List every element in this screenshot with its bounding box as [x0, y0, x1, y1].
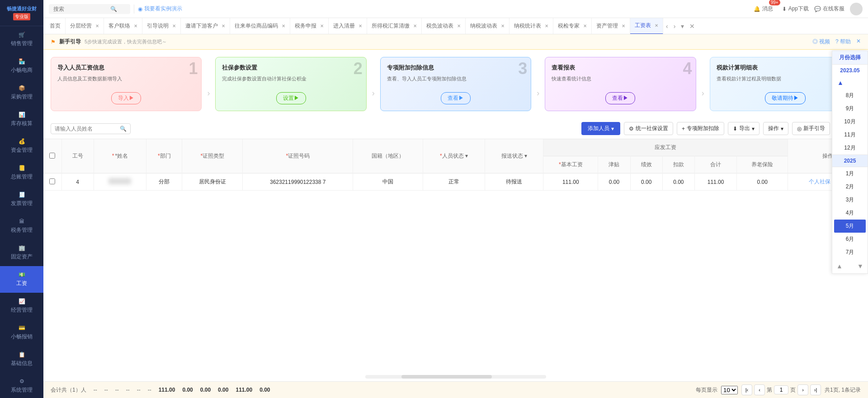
month-2[interactable]: 2月	[832, 180, 868, 193]
sidebar-item-inventory[interactable]: 📊 库存核算	[0, 106, 43, 133]
month-nav-down-right[interactable]	[855, 78, 864, 87]
month-10[interactable]: 10月	[832, 115, 868, 128]
sidebar-item-assets[interactable]: 🏢 固定资产	[0, 239, 43, 266]
tab-close-tax-burden[interactable]: ✕	[457, 23, 461, 28]
personal-insurance-link[interactable]: 个人社保	[809, 178, 830, 185]
special-deduction-button[interactable]: + 专项附加扣除	[677, 122, 724, 135]
step-btn-4[interactable]: 查看▶	[605, 92, 635, 104]
sidebar-item-purchase[interactable]: 📦 采购管理	[0, 80, 43, 106]
tab-layered-ops[interactable]: 分层经营 ✕	[66, 18, 104, 34]
tab-nav-prev[interactable]: ‹	[663, 23, 671, 30]
tab-close-customer[interactable]: ✕	[134, 23, 137, 28]
sidebar-item-expense[interactable]: 💳 小畅报销	[0, 319, 43, 346]
tab-income-tax[interactable]: 所得税汇算清缴 ✕	[367, 18, 422, 34]
tab-tax-report[interactable]: 税务申报 ✕	[290, 18, 329, 34]
tab-close-tax-expert[interactable]: ✕	[583, 23, 587, 28]
page-input[interactable]	[774, 385, 788, 394]
step-btn-3[interactable]: 查看▶	[441, 92, 471, 104]
month-8[interactable]: 8月	[832, 89, 868, 102]
month-5[interactable]: 5月	[834, 220, 866, 233]
global-search-input[interactable]	[53, 6, 108, 12]
page-first-btn[interactable]: |‹	[741, 384, 752, 395]
step-btn-2[interactable]: 设置▶	[276, 92, 306, 104]
tab-clearance[interactable]: 进入清册 ✕	[329, 18, 367, 34]
tab-close-invite[interactable]: ✕	[222, 23, 225, 28]
sidebar-item-finance[interactable]: 💰 资金管理	[0, 133, 43, 159]
tab-close-payroll[interactable]: ✕	[655, 23, 658, 28]
report-filter-icon[interactable]: ▾	[524, 153, 527, 159]
status-filter-icon[interactable]: ▾	[465, 153, 468, 159]
per-page-select[interactable]: 10 20 50	[721, 386, 738, 394]
tab-close-all[interactable]: ✕	[687, 23, 698, 30]
tab-asset-mgmt[interactable]: 资产管理 ✕	[592, 18, 630, 34]
page-prev-btn[interactable]: ‹	[754, 384, 765, 395]
select-all-checkbox[interactable]	[49, 153, 55, 159]
person-search-icon[interactable]: 🔍	[120, 126, 127, 132]
row-checkbox-1[interactable]	[49, 178, 55, 184]
tab-invite[interactable]: 邀请下游客户 ✕	[181, 18, 230, 34]
month-footer-up[interactable]: ▲	[834, 261, 845, 272]
tab-close-asset[interactable]: ✕	[622, 23, 625, 28]
month-9[interactable]: 9月	[832, 102, 868, 115]
month-12[interactable]: 12月	[832, 141, 868, 155]
tab-payroll[interactable]: 工资表 ✕	[630, 18, 663, 34]
month-4[interactable]: 4月	[832, 206, 868, 220]
user-avatar[interactable]	[850, 3, 863, 15]
online-service-btn[interactable]: 💬 在线客服	[814, 5, 844, 13]
month-footer-down[interactable]: ▼	[855, 261, 866, 272]
step-btn-5[interactable]: 敬请期待▶	[765, 92, 806, 104]
sidebar-item-operations[interactable]: 📈 经营管理	[0, 293, 43, 319]
actions-button[interactable]: 操作 ▾	[763, 122, 788, 135]
tab-close-tax-stats[interactable]: ✕	[545, 23, 548, 28]
tab-close-clearance[interactable]: ✕	[359, 23, 362, 28]
month-6[interactable]: 6月	[832, 233, 868, 246]
guide-close-icon[interactable]: ✕	[856, 38, 861, 46]
export-button[interactable]: ⬇ 导出 ▾	[728, 122, 760, 135]
sidebar-item-ecommerce[interactable]: 🏪 小畅电商	[0, 53, 43, 80]
month-7[interactable]: 7月	[832, 246, 868, 259]
tab-close-income-tax[interactable]: ✕	[413, 23, 417, 28]
tab-product-code[interactable]: 往来单位商品编码 ✕	[230, 18, 290, 34]
sidebar-item-sales[interactable]: 🛒 销售管理	[0, 26, 43, 53]
tab-close-product[interactable]: ✕	[282, 23, 285, 28]
tab-close-tax-dynamic[interactable]: ✕	[501, 23, 505, 28]
tab-dropdown[interactable]: ▾	[678, 23, 687, 30]
tab-guide-desc[interactable]: 引导说明 ✕	[142, 18, 181, 34]
unified-settings-button[interactable]: ⚙ 统一社保设置	[624, 122, 673, 135]
sidebar-item-payroll[interactable]: 💵 工资	[0, 266, 43, 293]
guide-video-btn[interactable]: ◎ 视频	[812, 38, 830, 46]
guide-button[interactable]: ◎ 新手引导	[792, 122, 830, 135]
month-nav-up[interactable]: ▲	[836, 78, 845, 87]
tab-tax-burden[interactable]: 税负波动表 ✕	[422, 18, 466, 34]
tax-icon: 🏛	[19, 218, 24, 225]
scrollbar-thumb[interactable]	[401, 375, 492, 379]
sidebar-item-ledger[interactable]: 📒 总账管理	[0, 159, 43, 186]
page-last-btn[interactable]: ›|	[810, 384, 821, 395]
tab-close-tax[interactable]: ✕	[320, 23, 324, 28]
scrollbar-track[interactable]	[365, 375, 546, 379]
month-3[interactable]: 3月	[832, 193, 868, 206]
demo-link[interactable]: ◉ 我要看实例演示	[138, 5, 182, 13]
month-1[interactable]: 1月	[832, 167, 868, 180]
app-download-btn[interactable]: ⬇ App下载	[782, 5, 809, 13]
step-btn-1[interactable]: 导入▶	[111, 92, 141, 104]
page-next-btn[interactable]: ›	[797, 384, 808, 395]
global-search-icon[interactable]: 🔍	[110, 6, 117, 12]
sidebar-item-invoice[interactable]: 🧾 发票管理	[0, 186, 43, 213]
tab-tax-expert[interactable]: 税检专家 ✕	[553, 18, 592, 34]
add-person-button[interactable]: 添加人员 ▾	[581, 122, 620, 135]
tab-close-guide[interactable]: ✕	[172, 23, 176, 28]
tab-nav-next[interactable]: ›	[671, 23, 679, 30]
tab-home[interactable]: 首页	[45, 18, 66, 34]
tab-tax-stats[interactable]: 纳税统计表 ✕	[509, 18, 553, 34]
sidebar-item-basic-info[interactable]: 📋 基础信息	[0, 346, 43, 373]
tab-close-layered-ops[interactable]: ✕	[95, 23, 99, 28]
tab-tax-dynamic[interactable]: 纳税波动表 ✕	[466, 18, 509, 34]
sidebar-item-tax[interactable]: 🏛 税务管理	[0, 213, 43, 239]
person-search-input[interactable]	[55, 126, 118, 132]
sidebar-item-system[interactable]: ⚙ 系统管理	[0, 373, 43, 398]
guide-help-btn[interactable]: ? 帮助	[835, 38, 851, 46]
message-btn[interactable]: 🔔 消息 99+	[750, 3, 777, 14]
month-11[interactable]: 11月	[832, 128, 868, 141]
tab-customer-contact[interactable]: 客户联络 ✕	[104, 18, 142, 34]
